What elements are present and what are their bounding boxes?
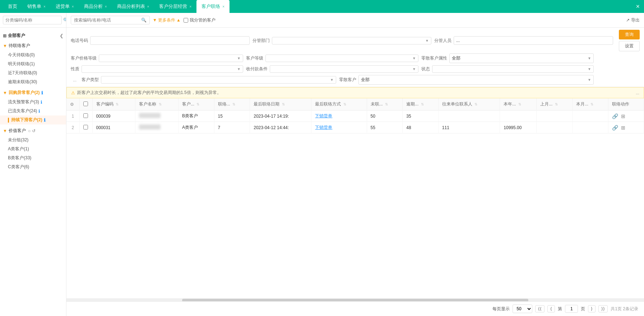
row-last-date-1: 2023-04-17 14:19:	[250, 110, 311, 122]
per-page-select[interactable]: 50 100 200	[513, 305, 532, 313]
sidebar-item-churned[interactable]: 已流失客户(24) ℹ	[0, 107, 66, 115]
select-all-checkbox[interactable]	[83, 102, 88, 106]
price-grade-select[interactable]: ▼	[99, 55, 243, 62]
sort-icon-code[interactable]: ⇅	[116, 102, 119, 106]
close-customer-segmentation-tab[interactable]: ×	[189, 5, 191, 9]
close-all-tabs[interactable]: ×	[636, 3, 640, 10]
action-icons-1: 🔗 ⊞	[612, 113, 640, 119]
row-select-checkbox-2[interactable]	[83, 125, 88, 129]
tooltip-text: 距客户上次交易时长，超过了此客户的平均交易周期的1.5倍，则视为异常。	[77, 90, 221, 96]
payment-select[interactable]: ▼	[270, 65, 418, 73]
row-select-checkbox-1[interactable]	[83, 113, 88, 118]
close-product-analysis-tab[interactable]: ×	[105, 5, 107, 9]
customer-grade-select[interactable]: ▼	[265, 55, 418, 62]
gender-select[interactable]: ▼	[82, 65, 243, 73]
sort-icon-year[interactable]: ⇅	[518, 102, 521, 106]
dept-select[interactable]: ▼	[272, 37, 431, 44]
sidebar-item-class-c[interactable]: C类客户(6)	[0, 162, 66, 171]
sidebar-collapse-btn[interactable]: ❮	[60, 33, 63, 38]
info-icon-3[interactable]: ℹ	[38, 109, 40, 114]
nav-product-analysis-list[interactable]: 商品分析列表 ×	[112, 0, 154, 13]
retail-customer-select[interactable]: 全部 ▼	[358, 75, 594, 85]
dots-btn[interactable]: ...	[71, 77, 79, 82]
sidebar-section-pending-header[interactable]: ▼ 待联络客户	[0, 41, 66, 51]
sort-icon-contact[interactable]: ⇅	[232, 102, 235, 106]
sort-icon-name[interactable]: ⇅	[159, 102, 162, 106]
export-btn[interactable]: ↗ 导出	[626, 17, 640, 23]
last-method-link-1[interactable]: 下销货单	[315, 113, 332, 118]
last-method-link-2[interactable]: 下销货单	[315, 125, 332, 130]
chevron-down-icon-3: ▼	[237, 56, 241, 60]
sidebar-item-7days[interactable]: 近7天待联络(0)	[0, 69, 66, 77]
link-action-icon-2[interactable]: 🔗	[612, 125, 618, 131]
arrow-down-icon-2: ▼	[3, 90, 7, 95]
info-icon-4[interactable]: ℹ	[44, 118, 46, 123]
close-sales-tab[interactable]: ×	[43, 5, 46, 9]
prev-page-btn[interactable]: ⟨	[547, 305, 555, 312]
more-conditions-btn[interactable]: ▼ 更多条件 ▲	[153, 17, 181, 23]
sort-icon-this-month[interactable]: ⇅	[590, 102, 593, 106]
nav-customer-segmentation[interactable]: 客户分层经营 ×	[154, 0, 196, 13]
nav-customer-contact[interactable]: 客户联络 ×	[196, 0, 230, 13]
sidebar-item-overdue[interactable]: 逾期未联络(30)	[0, 77, 66, 86]
settings-icon[interactable]: ⚙	[70, 102, 74, 107]
grid-action-icon-1[interactable]: ⊞	[621, 113, 625, 119]
sidebar-search-icon[interactable]: 🔍	[63, 18, 66, 23]
row-contact-1: 15	[214, 110, 250, 122]
sidebar-item-declining[interactable]: 持续下滑客户(2) ℹ	[0, 115, 66, 124]
last-page-btn[interactable]: ⟩⟩	[598, 305, 608, 312]
close-product-analysis-list-tab[interactable]: ×	[147, 5, 149, 9]
first-page-btn[interactable]: ⟨⟨	[535, 305, 545, 312]
edit-icon[interactable]: ○	[28, 128, 31, 133]
row-name-1	[135, 110, 179, 122]
nav-product-analysis[interactable]: 商品分析 ×	[79, 0, 112, 13]
info-icon[interactable]: ℹ	[41, 90, 43, 95]
sort-icon-method[interactable]: ⇅	[343, 102, 346, 106]
active-indicator	[8, 118, 9, 123]
search-input[interactable]	[74, 18, 141, 23]
close-customer-contact-tab[interactable]: ×	[222, 5, 224, 9]
my-customers-filter[interactable]: 我分管的客户	[184, 17, 216, 23]
query-btn[interactable]: 查询	[619, 30, 640, 39]
horizontal-scrollbar[interactable]	[66, 298, 644, 301]
my-customers-checkbox[interactable]	[184, 18, 188, 23]
search-icon[interactable]: 🔍	[141, 18, 147, 23]
sort-icon-date[interactable]: ⇅	[282, 102, 285, 106]
page-input[interactable]	[565, 305, 578, 313]
filter-customer-grade: 客户等级 ▼	[246, 55, 418, 62]
sidebar-item-churn-warning[interactable]: 流失预警客户(3) ℹ	[0, 98, 66, 107]
sidebar-item-today[interactable]: 今天待联络(0)	[0, 51, 66, 60]
refresh-icon[interactable]: ↺	[32, 128, 36, 133]
sort-icon-last-month[interactable]: ⇅	[555, 102, 558, 106]
customer-table: ⚙ 客户编码 ⇅ 客户名称 ⇅	[66, 98, 644, 133]
sidebar-item-ungrouped[interactable]: 未分组(32)	[0, 136, 66, 145]
nav-home[interactable]: 首页	[3, 0, 22, 13]
info-icon-2[interactable]: ℹ	[41, 100, 42, 105]
grid-action-icon-2[interactable]: ⊞	[621, 125, 625, 131]
phone-input[interactable]	[90, 36, 250, 45]
nav-sales[interactable]: 销售单 ×	[22, 0, 51, 13]
link-action-icon-1[interactable]: 🔗	[612, 113, 618, 119]
retail-attr-select[interactable]: 全部 ▼	[449, 53, 594, 63]
sidebar-search-input[interactable]	[3, 16, 62, 24]
nav-purchase[interactable]: 进货单 ×	[51, 0, 79, 13]
next-page-btn[interactable]: ⟩	[588, 305, 596, 312]
page-suffix: 页	[581, 306, 585, 312]
sort-icon-partner[interactable]: ⇅	[474, 102, 477, 106]
row-last-month-1	[537, 110, 573, 122]
sidebar-item-class-b[interactable]: B类客户(33)	[0, 154, 66, 162]
person-select[interactable]: ...	[454, 36, 613, 45]
settings-btn[interactable]: 设置	[619, 41, 640, 51]
customer-type-select[interactable]: ▼	[101, 76, 336, 84]
sidebar-all-customers[interactable]: ⊞ 全部客户 ❮	[0, 30, 66, 41]
sort-icon-type[interactable]: ⇅	[196, 102, 199, 106]
sort-icon-overdue[interactable]: ⇅	[421, 102, 424, 106]
close-purchase-tab[interactable]: ×	[72, 5, 74, 9]
sidebar-section-abnormal-header[interactable]: ▼ 回购异常客户(2) ℹ	[0, 88, 66, 98]
tooltip-dots[interactable]: ...	[636, 90, 639, 95]
status-select[interactable]: ▼	[432, 65, 594, 73]
sidebar-item-tomorrow[interactable]: 明天待联络(1)	[0, 60, 66, 69]
sort-icon-uncontacted[interactable]: ⇅	[385, 102, 388, 106]
sidebar-item-class-a[interactable]: A类客户(1)	[0, 145, 66, 154]
sidebar-section-value-header[interactable]: ▼ 价值客户 ○ ↺	[0, 126, 66, 136]
